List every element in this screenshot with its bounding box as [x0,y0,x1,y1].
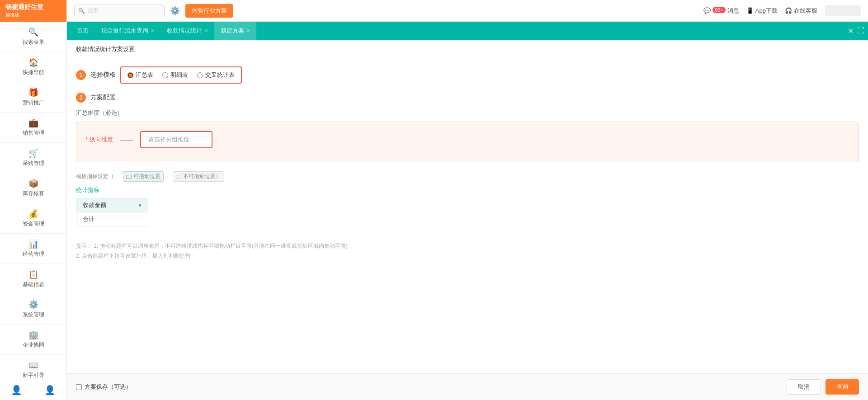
query-button[interactable]: 查询 [826,379,859,395]
sidebar-nav: 🔍 搜索菜单 🏠 快捷导航 🎁 营销推广 💼 销售管理 🛒 采购管理 📦 库存核… [0,22,66,380]
main-area: 🔍 搜索 ⚙️ 体验行业方案 💬 99+ 消息 📱 App下载 🎧 在线客服 首 [67,0,868,400]
page-title: 收款情况统计方案设置 [76,46,135,52]
metrics-table-row: 合计 [76,212,148,226]
radio-detail[interactable]: 明细表 [162,71,188,79]
tip-line2: 2. 点击标题栏下拉可设置排序、插入列和删除列 [76,251,859,261]
step2-header: 2 方案配置 [76,93,859,103]
draggable-label: 可拖动位置 [133,173,160,180]
step2-number: 2 [76,93,86,103]
step1-title: 选择模板 [90,71,116,79]
tips-section: 提示： 1. 拖动标题栏可以调整布局，不可跨维度或指标区域拖动栏目字段(只能在同… [76,237,859,265]
sidebar-item-sales[interactable]: 💼 销售管理 [0,113,66,143]
tab-receipt-stat-close[interactable]: × [205,28,208,34]
radio-detail-input[interactable] [162,72,168,78]
dimension-arrow: —— [120,136,133,143]
tab-bank-flow[interactable]: 现金银行流水查询× [95,22,160,40]
radio-summary-input[interactable] [127,72,133,78]
metrics-cell-total: 合计 [83,216,94,222]
sidebar-item-basic-info[interactable]: 📋 基础信息 [0,264,66,294]
sidebar-item-finance[interactable]: 💰 资金管理 [0,203,66,234]
sidebar-item-enterprise[interactable]: 🏢 企业协同 [0,325,66,355]
tab-new-plan[interactable]: 新建方案× [214,22,256,40]
message-icon: 💬 [703,7,711,14]
messages-button[interactable]: 💬 99+ 消息 [703,7,739,15]
topbar-left: 🔍 搜索 ⚙️ 体验行业方案 [74,4,233,18]
radio-summary[interactable]: 汇总表 [127,71,153,79]
purchase-icon: 🛒 [28,148,38,158]
step2-section: 2 方案配置 汇总维度（必选） * 纵向维度 —— 请选择分组维度 [76,93,859,265]
settings-icon[interactable]: ⚙️ [170,6,180,16]
sidebar-bottom-avatar1[interactable]: 👤 [11,385,22,395]
tab-home[interactable]: 首页 [71,22,95,40]
sidebar-item-search-menu[interactable]: 🔍 搜索菜单 [0,22,66,52]
messages-label: 消息 [727,7,739,15]
service-icon: 🎧 [785,7,792,14]
topbar: 🔍 搜索 ⚙️ 体验行业方案 💬 99+ 消息 📱 App下载 🎧 在线客服 [67,0,868,22]
non-draggable-tag: 不可拖动位置） [173,171,224,182]
cancel-button[interactable]: 取消 [787,379,821,395]
tab-receipt-stat[interactable]: 收款情况统计× [160,22,214,40]
search-box[interactable]: 🔍 搜索 [74,5,165,17]
quick-nav-icon: 🏠 [28,57,38,67]
radio-cross-input[interactable] [197,72,203,78]
search-icon: 🔍 [78,8,85,14]
search-menu-icon: 🔍 [28,27,38,37]
enterprise-icon: 🏢 [28,330,38,340]
footer-save-area: 方案保存（可选） [76,383,132,391]
topbar-right: 💬 99+ 消息 📱 App下载 🎧 在线客服 [703,5,861,16]
app-download-button[interactable]: 📱 App下载 [746,7,778,15]
tabbar: 首页现金银行流水查询×收款情况统计×新建方案× ✕ ⛶ [67,22,868,40]
metrics-label-row: 模板指标设定（ 可拖动位置 不可拖动位置） [76,171,859,182]
tab-new-plan-label: 新建方案 [221,27,244,35]
dimension-selector[interactable]: 请选择分组维度 [140,131,212,148]
non-draggable-label: 不可拖动位置） [183,173,221,180]
online-service-label: 在线客服 [794,7,817,15]
sidebar-item-operations[interactable]: 📊 经营管理 [0,234,66,264]
save-checkbox[interactable] [76,384,82,390]
radio-cross[interactable]: 交叉统计表 [197,71,235,79]
expand-window-icon[interactable]: ⛶ [857,27,864,35]
close-window-icon[interactable]: ✕ [848,27,854,35]
operations-icon: 📊 [28,239,38,249]
operations-label: 经营管理 [23,250,44,258]
basic-info-label: 基础信息 [23,281,44,288]
sidebar-logo: 畅捷通好生意 标准版 [0,0,66,22]
sidebar: 畅捷通好生意 标准版 🔍 搜索菜单 🏠 快捷导航 🎁 营销推广 💼 销售管理 🛒… [0,0,67,400]
sidebar-bottom: 👤 👤 [0,380,66,400]
tab-bank-flow-close[interactable]: × [151,28,154,34]
metrics-section: 模板指标设定（ 可拖动位置 不可拖动位置） 统计指标 收款金 [76,171,859,228]
app-download-label: App下载 [755,7,778,15]
guide-icon: 📖 [28,360,38,370]
sidebar-item-guide[interactable]: 📖 新手引导 [0,355,66,380]
sidebar-item-marketing[interactable]: 🎁 营销推广 [0,82,66,113]
online-service-button[interactable]: 🎧 在线客服 [785,7,817,15]
sidebar-item-quick-nav[interactable]: 🏠 快捷导航 [0,52,66,82]
sidebar-item-system[interactable]: ⚙️ 系统管理 [0,294,66,325]
draggable-indicator [126,175,132,179]
inventory-icon: 📦 [28,179,38,188]
tab-new-plan-close[interactable]: × [247,28,250,34]
industry-plan-button[interactable]: 体验行业方案 [185,4,233,18]
metrics-table-header[interactable]: 收款金额 ▾ [76,198,148,212]
sidebar-logo-text: 畅捷通好生意 [5,3,43,11]
message-badge: 99+ [712,7,726,13]
sidebar-bottom-avatar2[interactable]: 👤 [44,385,56,395]
purchase-label: 采购管理 [23,160,44,167]
step2-title: 方案配置 [90,94,116,102]
template-radio-group: 汇总表 明细表 交叉统计表 [120,66,242,84]
non-draggable-indicator [176,175,181,179]
metrics-settings-label: 模板指标设定（ [76,173,114,180]
tip-line1: 提示： 1. 拖动标题栏可以调整布局，不可跨维度或指标区域拖动栏目字段(只能在同… [76,241,859,251]
dimension-config: 汇总维度（必选） * 纵向维度 —— 请选择分组维度 [76,109,859,162]
sidebar-logo-sub: 标准版 [5,12,43,19]
guide-label: 新手引导 [23,372,44,379]
sidebar-item-inventory[interactable]: 📦 库存核算 [0,173,66,203]
footer-actions: 取消 查询 [787,379,859,395]
dimension-title: 汇总维度（必选） [76,109,859,117]
dimension-row: * 纵向维度 —— 请选择分组维度 [85,131,849,148]
sidebar-item-purchase[interactable]: 🛒 采购管理 [0,143,66,173]
marketing-icon: 🎁 [28,88,38,98]
radio-summary-label: 汇总表 [136,71,153,79]
user-avatar[interactable] [825,5,861,16]
app-icon: 📱 [746,7,754,14]
